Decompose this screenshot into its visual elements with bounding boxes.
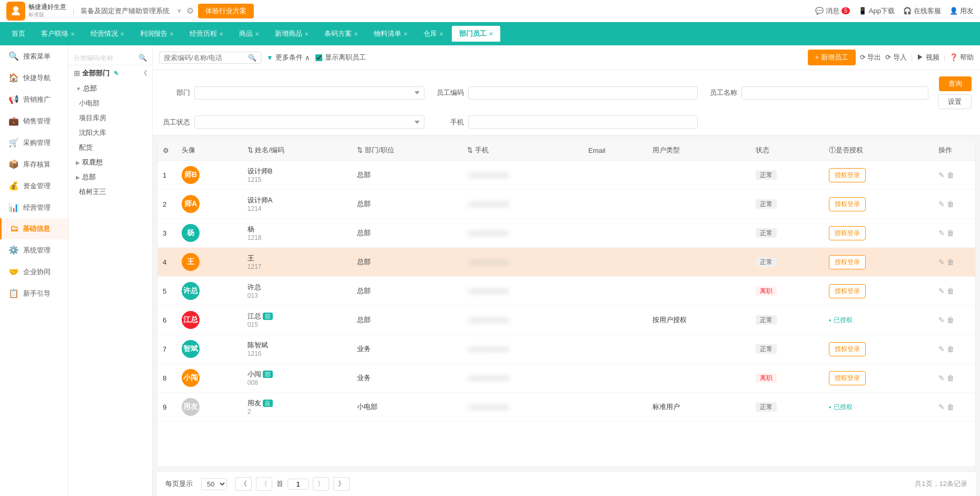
dept-item-shenyang[interactable]: 沈阳大库	[68, 125, 152, 140]
delete-icon[interactable]: 🗑	[947, 200, 954, 208]
try-btn[interactable]: 体验行业方案	[198, 4, 254, 18]
col-name[interactable]: ⇅ 姓名/编码	[242, 140, 352, 161]
dept-item-xiaodian[interactable]: 小电部	[68, 96, 152, 111]
sidebar-item-purchase[interactable]: 🛒 采购管理	[0, 132, 68, 153]
tab-history[interactable]: 经营历程 ✕	[182, 26, 231, 42]
dept-search-icon[interactable]: 🔍	[138, 54, 147, 62]
dept-item-peihuo[interactable]: 配货	[68, 140, 152, 155]
sidebar-item-collab[interactable]: 🤝 企业协同	[0, 261, 68, 283]
col-phone[interactable]: ⇅ 手机	[462, 140, 583, 161]
auth-button[interactable]: 授权登录	[829, 168, 866, 182]
prev-page-btn[interactable]: 〈	[256, 477, 272, 491]
tab-warehouse[interactable]: 仓库 ✕	[416, 26, 451, 42]
view-btn[interactable]: ▶ 视频	[917, 53, 939, 62]
tab-bom[interactable]: 物料清单 ✕	[367, 26, 415, 42]
edit-icon[interactable]: ✎	[938, 171, 945, 179]
phone-input[interactable]	[468, 115, 698, 129]
per-page-select[interactable]: 50	[201, 478, 227, 490]
sidebar-item-search[interactable]: 🔍 搜索菜单	[0, 45, 68, 67]
edit-icon[interactable]: ✎	[938, 374, 945, 382]
col-dept[interactable]: ⇅ 部门/职位	[352, 140, 462, 161]
query-btn[interactable]: 查询	[939, 76, 972, 91]
row-status-cell: 离职	[750, 364, 824, 393]
sidebar-item-guide[interactable]: 📋 新手引导	[0, 283, 68, 304]
edit-icon[interactable]: ✎	[938, 200, 945, 208]
delete-icon[interactable]: 🗑	[947, 403, 954, 411]
edit-icon[interactable]: ✎	[938, 258, 945, 266]
gear-icon[interactable]: ⚙	[186, 6, 194, 16]
auth-button[interactable]: 授权登录	[829, 342, 866, 356]
dept-all[interactable]: ⊞ 全部部门 ✎ 《	[68, 65, 152, 81]
tab-new-goods[interactable]: 新增商品 ✕	[268, 26, 316, 42]
message-btn[interactable]: 💬 消息 5	[815, 6, 850, 16]
sidebar-item-basic[interactable]: 🗂 基础信息	[0, 218, 68, 239]
edit-icon[interactable]: ✎	[938, 345, 945, 353]
page-input[interactable]	[288, 479, 309, 490]
delete-icon[interactable]: 🗑	[947, 287, 954, 295]
first-page-btn[interactable]: 《	[235, 477, 252, 491]
auth-button[interactable]: 授权登录	[829, 255, 866, 269]
sidebar-item-mgmt[interactable]: 📊 经营管理	[0, 197, 68, 218]
filter-more-btn[interactable]: ▼ 更多条件 ∧	[266, 53, 310, 62]
add-employee-btn[interactable]: + 新增员工	[808, 50, 856, 65]
sidebar: 🔍 搜索菜单 🏠 快捷导航 📢 营销推广 💼 销售管理 🛒 采购管理 📦 库存核…	[0, 45, 68, 496]
empcode-input[interactable]	[468, 86, 698, 100]
auth-button[interactable]: 授权登录	[829, 197, 866, 211]
dept-group-zongbu[interactable]: ▼ 总部	[68, 81, 152, 96]
row-op-cell: ✎ 🗑	[933, 248, 975, 277]
dept-edit-icon[interactable]: ✎	[114, 70, 118, 77]
tab-barcode[interactable]: 条码方案 ✕	[317, 26, 365, 42]
tab-goods[interactable]: 商品 ✕	[232, 26, 266, 42]
delete-icon[interactable]: 🗑	[947, 258, 954, 266]
tab-home[interactable]: 首页	[4, 26, 33, 42]
delete-icon[interactable]: 🗑	[947, 229, 954, 237]
import-btn[interactable]: ⟳ 导入	[885, 53, 907, 62]
status-badge: 正常	[756, 170, 777, 180]
dept-group-shuanglu[interactable]: ▶ 双鹿想	[68, 155, 152, 170]
help-btn[interactable]: ❓ 帮助	[949, 53, 974, 62]
dept-item-xiangmu[interactable]: 项目库房	[68, 111, 152, 125]
dept-collapse-icon[interactable]: 《	[141, 69, 147, 78]
table-row: 5许总许总013总部13800000000离职授权登录✎ 🗑	[157, 277, 975, 306]
edit-icon[interactable]: ✎	[938, 316, 945, 324]
last-page-btn[interactable]: 》	[333, 477, 350, 491]
dept-select[interactable]	[194, 86, 424, 100]
delete-icon[interactable]: 🗑	[947, 374, 954, 382]
tab-customer[interactable]: 客户联络 ✕	[34, 26, 82, 42]
reset-btn[interactable]: 设置	[938, 94, 972, 109]
row-status-cell: 离职	[750, 277, 824, 306]
sidebar-item-marketing[interactable]: 📢 营销推广	[0, 89, 68, 110]
online-service-btn[interactable]: 🎧 在线客服	[903, 6, 941, 16]
sidebar-item-sales[interactable]: 💼 销售管理	[0, 110, 68, 132]
auth-button[interactable]: 授权登录	[829, 371, 866, 385]
sidebar-item-nav[interactable]: 🏠 快捷导航	[0, 67, 68, 89]
delete-icon[interactable]: 🗑	[947, 171, 954, 179]
dept-group-zongbu2[interactable]: ▶ 总部	[68, 170, 152, 184]
status-select[interactable]	[194, 115, 424, 129]
dept-search-input[interactable]	[74, 54, 138, 62]
user-btn[interactable]: 👤 用友	[949, 6, 974, 16]
empname-label: 员工名称	[708, 88, 737, 98]
tab-dept-staff[interactable]: 部门员工 ✕	[452, 26, 500, 42]
auth-button[interactable]: 授权登录	[829, 226, 866, 240]
app-download-btn[interactable]: 📱 App下载	[858, 6, 895, 16]
export-btn[interactable]: ⟳ 导出	[860, 53, 882, 62]
dept-item-zhishu[interactable]: 植树王三	[68, 184, 152, 199]
delete-icon[interactable]: 🗑	[947, 345, 954, 353]
edit-icon[interactable]: ✎	[938, 403, 945, 411]
sidebar-item-finance[interactable]: 💰 资金管理	[0, 175, 68, 197]
sidebar-item-inventory[interactable]: 📦 库存核算	[0, 153, 68, 175]
search-input[interactable]	[164, 54, 248, 62]
col-settings[interactable]: ⚙	[157, 140, 176, 161]
show-resigned-checkbox[interactable]	[315, 54, 322, 61]
auth-button[interactable]: 授权登录	[829, 284, 866, 298]
name-code: 设计师B1215	[248, 167, 347, 183]
edit-icon[interactable]: ✎	[938, 287, 945, 295]
edit-icon[interactable]: ✎	[938, 229, 945, 237]
next-page-btn[interactable]: 〉	[313, 477, 329, 491]
tab-profit[interactable]: 利润报告 ✕	[133, 26, 181, 42]
tab-operation[interactable]: 经营情况 ✕	[83, 26, 132, 42]
empname-input[interactable]	[741, 86, 928, 100]
delete-icon[interactable]: 🗑	[947, 316, 954, 324]
sidebar-item-system[interactable]: ⚙️ 系统管理	[0, 239, 68, 261]
